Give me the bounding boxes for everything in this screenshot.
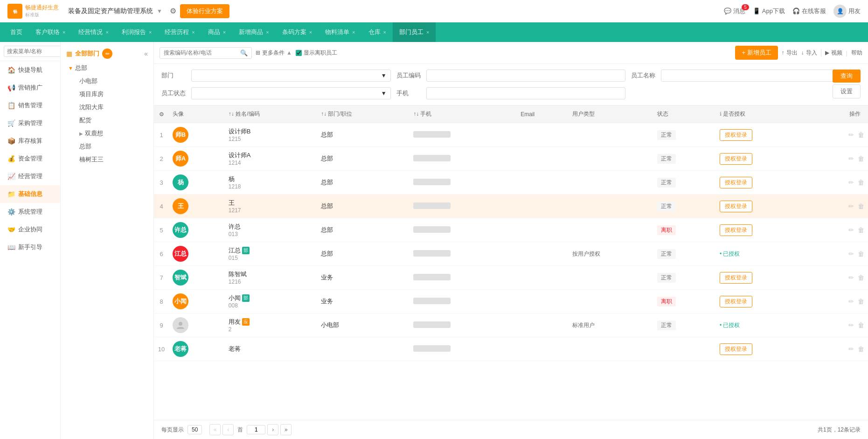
help-button[interactable]: 帮助 [851, 49, 862, 57]
auth-login-button[interactable]: 授权登录 [720, 153, 752, 165]
search-input[interactable] [164, 49, 238, 56]
col-phone[interactable]: ↑↓ 手机 [410, 105, 517, 123]
app-download-btn[interactable]: 📱 App下载 [753, 7, 785, 15]
emp-status-select[interactable]: ▼ [191, 87, 391, 99]
dept-node-xiaodian[interactable]: 小电部 [76, 75, 153, 88]
edit-icon[interactable]: ✏ [848, 131, 854, 139]
edit-icon[interactable]: ✏ [848, 226, 854, 234]
delete-icon[interactable]: 🗑 [858, 321, 864, 329]
sidebar-item-inventory[interactable]: 📦 库存核算 [0, 132, 60, 150]
last-page-btn[interactable]: » [280, 424, 292, 435]
sidebar-item-guide[interactable]: 📖 新手引导 [0, 238, 60, 256]
sidebar-item-purchase[interactable]: 🛒 采购管理 [0, 114, 60, 132]
emp-code-input[interactable] [426, 70, 626, 82]
sidebar-item-operation[interactable]: 📈 经营管理 [0, 167, 60, 185]
user-menu[interactable]: 👤 用友 [833, 5, 861, 18]
delete-icon[interactable]: 🗑 [858, 226, 864, 234]
sidebar-item-collab[interactable]: 🤝 企业协同 [0, 221, 60, 238]
delete-icon[interactable]: 🗑 [858, 179, 864, 186]
nav-tab-operation[interactable]: 经营情况 × [72, 22, 115, 42]
first-page-btn[interactable]: « [209, 424, 221, 435]
auth-login-button[interactable]: 授权登录 [720, 177, 752, 188]
edit-icon[interactable]: ✏ [848, 321, 854, 329]
col-name[interactable]: ↑↓ 姓名/编码 [225, 105, 317, 123]
phone-input[interactable] [426, 87, 626, 99]
more-conditions-btn[interactable]: ⊞ 更多条件 ▲ [256, 49, 292, 57]
auth-login-button[interactable]: 授权登录 [720, 296, 752, 307]
import-button[interactable]: ↓导入 [801, 49, 817, 57]
col-settings[interactable]: ⚙ [154, 105, 169, 123]
trial-button[interactable]: 体验行业方案 [180, 4, 229, 18]
prev-page-btn[interactable]: ‹ [222, 424, 234, 435]
row-avatar: 师B [169, 123, 225, 147]
sidebar-item-marketing[interactable]: 📢 营销推广 [0, 79, 60, 97]
delete-icon[interactable]: 🗑 [858, 274, 864, 281]
online-service-btn[interactable]: 🎧 在线客服 [792, 7, 826, 15]
nav-tab-new-goods[interactable]: 新增商品 × [232, 22, 275, 42]
nav-tab-goods[interactable]: 商品 × [201, 22, 232, 42]
content-body: ▦ 全部部门 ✏ « ▼ 总部 小电部 项目库房 沈阳大库 配货 ▶ 双鹿想 总… [61, 42, 868, 439]
dropdown-arrow-icon[interactable]: ▼ [157, 8, 162, 14]
nav-tab-home[interactable]: 首页 [4, 22, 29, 42]
phone-blurred [413, 298, 451, 304]
dept-node-project[interactable]: 项目库房 [76, 88, 153, 101]
dept-select[interactable]: ▼ [191, 70, 391, 82]
dept-node-nanshu[interactable]: 楠树王三 [76, 153, 153, 166]
sidebar-item-finance[interactable]: 💰 资金管理 [0, 150, 60, 167]
dept-node-shenyang[interactable]: 沈阳大库 [76, 101, 153, 114]
all-dept-label[interactable]: 全部部门 [75, 49, 99, 58]
edit-icon[interactable]: ✏ [848, 345, 854, 353]
col-dept[interactable]: ↑↓ 部门/职位 [317, 105, 410, 123]
query-button[interactable]: 查询 [833, 70, 861, 83]
edit-icon[interactable]: ✏ [848, 155, 854, 162]
edit-icon[interactable]: ✏ [848, 179, 854, 186]
messages-btn[interactable]: 💬 消息 5 [724, 7, 745, 15]
nav-tab-history[interactable]: 经营历程 × [158, 22, 201, 42]
next-page-btn[interactable]: › [267, 424, 278, 435]
collapse-icon[interactable]: « [144, 50, 148, 57]
dept-node-zongbu[interactable]: 总部 [76, 140, 153, 153]
dept-node-peihuo[interactable]: 配货 [76, 114, 153, 127]
auth-login-button[interactable]: 授权登录 [720, 201, 752, 212]
sidebar-search-input[interactable] [4, 46, 61, 57]
edit-icon[interactable]: ✏ [848, 250, 854, 258]
edit-icon[interactable]: ✏ [848, 274, 854, 281]
sidebar-item-sales[interactable]: 📋 销售管理 [0, 97, 60, 114]
per-page-value[interactable]: 50 [187, 425, 202, 434]
emp-name-input[interactable] [661, 70, 861, 82]
row-user-type [569, 266, 653, 290]
delete-icon[interactable]: 🗑 [858, 155, 864, 162]
export-button[interactable]: ↑导出 [782, 49, 798, 57]
avatar: 王 [173, 198, 188, 214]
auth-login-button[interactable]: 授权登录 [720, 129, 752, 141]
delete-icon[interactable]: 🗑 [858, 298, 864, 305]
edit-icon[interactable]: ✏ [848, 202, 854, 210]
sidebar-item-system[interactable]: ⚙️ 系统管理 [0, 203, 60, 221]
nav-tab-barcode[interactable]: 条码方案 × [276, 22, 319, 42]
dept-edit-icon[interactable]: ✏ [102, 49, 112, 59]
nav-tab-bom[interactable]: 物料清单 × [319, 22, 361, 42]
sidebar-item-shortcut[interactable]: 🏠 快捷导航 [0, 61, 60, 79]
dept-node-shuanglu[interactable]: ▶ 双鹿想 [76, 127, 153, 140]
settings-icon[interactable]: ⚙ [170, 7, 176, 15]
auth-login-button[interactable]: 授权登录 [720, 224, 752, 236]
auth-login-button[interactable]: 授权登录 [720, 272, 752, 284]
sidebar-item-basic-info[interactable]: 📁 基础信息 [0, 185, 60, 203]
nav-tab-warehouse[interactable]: 仓库 × [362, 22, 393, 42]
page-input[interactable] [247, 425, 265, 434]
nav-tab-customer[interactable]: 客户联络 × [29, 22, 72, 42]
delete-icon[interactable]: 🗑 [858, 345, 864, 353]
video-button[interactable]: ▶视频 [825, 49, 842, 57]
show-resigned-checkbox[interactable] [296, 50, 302, 56]
edit-icon[interactable]: ✏ [848, 298, 854, 305]
nav-tab-profit[interactable]: 利润报告 × [115, 22, 158, 42]
reset-button[interactable]: 设置 [833, 84, 861, 98]
nav-tab-dept-employee[interactable]: 部门员工 × [393, 22, 436, 42]
delete-icon[interactable]: 🗑 [858, 202, 864, 210]
row-name-code: 用友应 2 [225, 314, 317, 337]
auth-login-button[interactable]: 授权登录 [720, 343, 752, 355]
delete-icon[interactable]: 🗑 [858, 131, 864, 139]
delete-icon[interactable]: 🗑 [858, 250, 864, 258]
dept-node-zongbu-root[interactable]: ▼ 总部 [61, 62, 153, 75]
add-employee-button[interactable]: + 新增员工 [735, 46, 778, 60]
